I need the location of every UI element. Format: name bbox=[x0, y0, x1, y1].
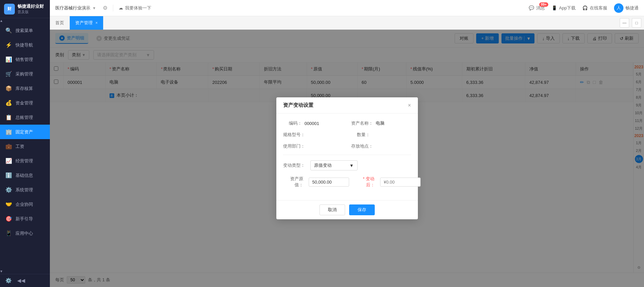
logo-icon: 财 bbox=[4, 4, 15, 14]
purchase-icon: 🛒 bbox=[5, 71, 12, 77]
modal-divider bbox=[283, 155, 411, 155]
tab-home[interactable]: 首页 bbox=[50, 16, 70, 30]
tab-minimize-button[interactable]: — bbox=[620, 18, 629, 28]
modal-form-row-values: 资产原值： * 变动后： bbox=[283, 176, 411, 188]
message-icon: 💬 bbox=[529, 5, 534, 10]
after-value-input[interactable] bbox=[380, 178, 421, 187]
collaboration-icon: 🤝 bbox=[5, 201, 12, 208]
modal-field-asset-name: 资产名称： 电脑 bbox=[351, 120, 411, 126]
sidebar-item-system[interactable]: ⚙️ 系统管理 bbox=[0, 183, 50, 197]
sidebar-item-search[interactable]: 🔍 搜索菜单 bbox=[0, 23, 50, 38]
user-avatar[interactable]: 人 畅捷通 bbox=[614, 3, 639, 13]
app-download-button[interactable]: 📱 App下载 bbox=[552, 5, 576, 11]
modal-close-button[interactable]: × bbox=[408, 102, 411, 108]
modal-field-quantity: 数量： bbox=[351, 132, 411, 138]
company-name: 医疗器械行业演示 bbox=[55, 5, 90, 11]
change-type-select[interactable]: 原值变动 ▼ bbox=[310, 160, 358, 170]
sidebar-item-basic-info[interactable]: ℹ️ 基础信息 bbox=[0, 168, 50, 183]
feedback-button[interactable]: ☁ 我要体验一下 bbox=[119, 5, 151, 11]
modal-field-storage: 存放地点： bbox=[351, 143, 411, 149]
original-value-input[interactable] bbox=[309, 178, 349, 187]
sidebar-item-sales[interactable]: 📊 销售管理 bbox=[0, 52, 50, 67]
sidebar-item-ledger[interactable]: 📋 总账管理 bbox=[0, 110, 50, 125]
online-service-icon: 🎧 bbox=[582, 5, 588, 10]
after-label: * 变动后： bbox=[355, 176, 375, 188]
modal-row-3: 使用部门： 存放地点： bbox=[283, 143, 411, 149]
settings-bottom-icon[interactable]: ⚙️ bbox=[5, 278, 12, 284]
basic-info-icon: ℹ️ bbox=[5, 172, 12, 179]
modal-asset-name-value: 电脑 bbox=[376, 120, 385, 126]
search-icon: 🔍 bbox=[5, 27, 12, 34]
app-download-icon: 📱 bbox=[552, 5, 557, 10]
topbar-divider bbox=[113, 5, 113, 11]
collapse-icon[interactable]: ◀◀ bbox=[17, 278, 25, 284]
modal-row-2: 规格型号： 数量： bbox=[283, 132, 411, 138]
username: 畅捷通 bbox=[625, 5, 639, 11]
sidebar-item-purchase[interactable]: 🛒 采购管理 bbox=[0, 67, 50, 81]
modal-field-code: 编码： 000001 bbox=[283, 120, 343, 126]
modal-code-value: 000001 bbox=[305, 121, 319, 126]
online-service-button[interactable]: 🎧 在线客服 bbox=[582, 5, 607, 11]
ledger-icon: 📋 bbox=[5, 114, 12, 121]
sidebar-item-inventory[interactable]: 📦 库存核算 bbox=[0, 81, 50, 96]
company-arrow-icon: ▼ bbox=[92, 6, 96, 10]
tabs-bar: 首页 资产管理 × — □ bbox=[50, 16, 644, 30]
sidebar-item-finance[interactable]: 💰 资金管理 bbox=[0, 96, 50, 110]
finance-icon: 💰 bbox=[5, 100, 12, 106]
topbar-right: 💬 消息 99+ 📱 App下载 🎧 在线客服 人 畅捷通 bbox=[529, 3, 639, 13]
sidebar-scroll-down[interactable]: ▼ bbox=[0, 269, 3, 274]
fixed-assets-icon: 🏢 bbox=[5, 129, 12, 135]
modal-body: 编码： 000001 资产名称： 电脑 规格型号： bbox=[276, 114, 418, 200]
sidebar-item-fixed-assets[interactable]: 🏢 固定资产 bbox=[0, 125, 50, 139]
system-icon: ⚙️ bbox=[5, 187, 12, 193]
message-button[interactable]: 💬 消息 99+ bbox=[529, 5, 545, 11]
sales-icon: 📊 bbox=[5, 56, 12, 63]
sidebar-item-payroll[interactable]: 💼 工资 bbox=[0, 139, 50, 154]
save-button[interactable]: 保存 bbox=[349, 204, 375, 215]
quicknav-icon: ⚡ bbox=[5, 42, 12, 48]
tab-close-icon[interactable]: × bbox=[95, 21, 98, 25]
modal-overlay: 资产变动设置 × 编码： 000001 资产名称： 电脑 bbox=[50, 30, 644, 287]
guide-icon: 🎯 bbox=[5, 216, 12, 222]
modal-title: 资产变动设置 bbox=[283, 102, 313, 108]
sidebar-item-app-center[interactable]: 📱 应用中心 bbox=[0, 226, 50, 241]
content-area: ■ 资产明细 ■ 变更生成凭证 对账 + 新增 批量操作 ▼ ↓ bbox=[50, 30, 644, 287]
modal-form-row-change-type: 变动类型： 原值变动 ▼ bbox=[283, 160, 411, 170]
app-center-icon: 📱 bbox=[5, 230, 12, 236]
sidebar-logo: 财 畅捷通好业财 普及版 bbox=[0, 0, 50, 18]
topbar: 医疗器械行业演示 ▼ ⚙ ☁ 我要体验一下 💬 消息 99+ 📱 App下载 🎧… bbox=[50, 0, 644, 16]
tabs-right: — □ bbox=[620, 18, 644, 28]
message-badge: 99+ bbox=[539, 2, 548, 7]
sidebar-item-quicknav[interactable]: ⚡ 快捷导航 bbox=[0, 38, 50, 52]
sidebar-bottom: ⚙️ ◀◀ bbox=[0, 274, 50, 287]
tab-asset-management[interactable]: 资产管理 × bbox=[70, 16, 103, 30]
main-area: 医疗器械行业演示 ▼ ⚙ ☁ 我要体验一下 💬 消息 99+ 📱 App下载 🎧… bbox=[50, 0, 644, 287]
modal-row-1: 编码： 000001 资产名称： 电脑 bbox=[283, 120, 411, 126]
feedback-icon: ☁ bbox=[119, 5, 123, 10]
change-type-arrow-icon: ▼ bbox=[349, 163, 354, 168]
sidebar-item-operations[interactable]: 📈 经营管理 bbox=[0, 154, 50, 168]
avatar: 人 bbox=[614, 3, 623, 13]
sidebar: 财 畅捷通好业财 普及版 ▲ 🔍 搜索菜单 ⚡ 快捷导航 📊 销售管理 🛒 采购… bbox=[0, 0, 50, 287]
sidebar-scroll-up[interactable]: ▲ bbox=[0, 18, 3, 23]
modal-footer: 取消 保存 bbox=[276, 200, 418, 219]
sidebar-item-collaboration[interactable]: 🤝 企业协同 bbox=[0, 197, 50, 212]
payroll-icon: 💼 bbox=[5, 143, 12, 150]
sidebar-nav: 🔍 搜索菜单 ⚡ 快捷导航 📊 销售管理 🛒 采购管理 📦 库存核算 💰 资金管… bbox=[0, 23, 50, 269]
cancel-button[interactable]: 取消 bbox=[319, 204, 345, 215]
inventory-icon: 📦 bbox=[5, 85, 12, 92]
modal-header: 资产变动设置 × bbox=[276, 97, 418, 114]
topbar-settings-icon[interactable]: ⚙ bbox=[103, 5, 108, 11]
sidebar-item-guide[interactable]: 🎯 新手引导 bbox=[0, 212, 50, 226]
tab-maximize-button[interactable]: □ bbox=[632, 18, 641, 28]
modal-field-spec: 规格型号： bbox=[283, 132, 343, 138]
modal-field-department: 使用部门： bbox=[283, 143, 343, 149]
asset-change-modal: 资产变动设置 × 编码： 000001 资产名称： 电脑 bbox=[276, 97, 418, 219]
company-selector[interactable]: 医疗器械行业演示 ▼ bbox=[55, 5, 96, 11]
operations-icon: 📈 bbox=[5, 158, 12, 164]
logo-text: 畅捷通好业财 普及版 bbox=[18, 3, 44, 14]
